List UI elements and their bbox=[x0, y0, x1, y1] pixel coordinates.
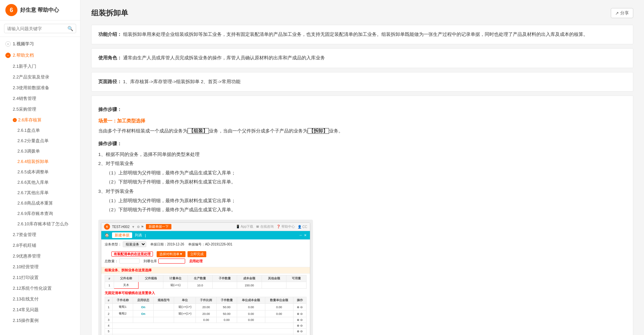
close-btn[interactable]: ✕ bbox=[304, 233, 307, 237]
sidebar-item-2-6-10[interactable]: 2.6.10库存账本错了怎么办 bbox=[0, 219, 80, 229]
role-card: 使用角色： 通常由生产人员或库管人员完成拆装业务的操作，库管人员确认原材料的出库… bbox=[91, 48, 633, 68]
step-2: 2、对于组装业务 bbox=[98, 159, 626, 168]
table-row: 1 关木 箱(=×1) 10.0 150.00 bbox=[105, 282, 307, 289]
lrow3-status bbox=[133, 317, 153, 323]
sidebar-item-2-2[interactable]: 2.2产品安装及登录 bbox=[0, 72, 80, 82]
col-num: # bbox=[105, 275, 114, 282]
sidebar-item-2-8[interactable]: 2.8手机旺铺 bbox=[0, 240, 80, 251]
brand-name: 好生意 帮助中心 bbox=[20, 7, 59, 14]
sidebar-item-2-15[interactable]: 2.15操作案例 bbox=[0, 315, 80, 326]
lrow2-unit: 箱(=×(1+) bbox=[174, 311, 196, 317]
lrow1-name: 葡萄1 bbox=[112, 304, 133, 311]
table-header-row: # 父件名称 父件规格 计量单位 生产数量 子件数量 成本金额 其他金额 可用量 bbox=[105, 275, 307, 282]
path-label: 页面路径： bbox=[98, 79, 122, 84]
sidebar-item-2-7[interactable]: 2.7资金管理 bbox=[0, 229, 80, 240]
lrow3-unit bbox=[174, 317, 196, 323]
type-label: 业务类型： bbox=[105, 242, 121, 247]
app-screenshot: 6 TEST-H002 ▼ ⚙ ⚑ 新建单据一下 📱 App下载 ☎ 在线咨询 … bbox=[101, 222, 310, 335]
lrow3-qty: 0.00 bbox=[216, 317, 237, 323]
order-label: 单据编号：AD-20191226-001 bbox=[188, 242, 232, 247]
lcol-num: # bbox=[105, 297, 113, 304]
sidebar-item-2-6-8[interactable]: 2.6.8商品成本重算 bbox=[0, 198, 80, 209]
sidebar-item-docs[interactable]: − 2.帮助文档 bbox=[0, 50, 80, 61]
lower-table-body: 1 葡萄1 On 箱(=×(1+) 20.00 50.00 0.00 0.00 … bbox=[105, 304, 307, 335]
step-3-1: （1）上部明细为父件明细，最终作为原材料生成某它出库单； bbox=[106, 197, 626, 205]
lrow1-cost2: 0.00 bbox=[265, 304, 293, 311]
lrow1-num: 1 bbox=[105, 304, 113, 311]
cell-sub-qty bbox=[212, 282, 237, 289]
new-doc-btn[interactable]: 新建单据一下 bbox=[146, 224, 171, 229]
page-title: 组装拆卸单 bbox=[91, 8, 128, 18]
sidebar-item-2-6-9[interactable]: 2.6.9库存账本查询 bbox=[0, 209, 80, 219]
screenshot-container: 6 TEST-H002 ▼ ⚙ ⚑ 新建单据一下 📱 App下载 ☎ 在线咨询 … bbox=[98, 220, 313, 335]
qty-input[interactable] bbox=[119, 259, 140, 264]
share-button[interactable]: ↗ 分享 bbox=[611, 8, 633, 18]
sidebar-item-2-6-2[interactable]: 2.6.2分量盘点单 bbox=[0, 136, 80, 146]
lcol-spec: 规格型号 bbox=[154, 297, 174, 304]
form-area: 业务类型： 组装业务 拆卸业务 单据日期：2019-12-26 单据编号：AD-… bbox=[101, 239, 310, 267]
confirm-btn[interactable]: 立即完成 bbox=[187, 251, 206, 257]
lrow2-status: On bbox=[133, 311, 153, 317]
sidebar-item-2-14[interactable]: 2.14常见问题 bbox=[0, 304, 80, 315]
sidebar-item-2-12[interactable]: 2.12系统个性化设置 bbox=[0, 283, 80, 294]
sidebar-item-label: 1.视频学习 bbox=[13, 41, 34, 47]
lrow2-op: ⊕ ⊖ bbox=[293, 311, 306, 317]
lcol-ratio: 子件比例 bbox=[196, 297, 216, 304]
warehouse-input[interactable] bbox=[158, 259, 185, 264]
lrow1-unit: 箱(=×(1+) bbox=[174, 304, 196, 311]
sidebar-item-2-6-3[interactable]: 2.6.3调拨单 bbox=[0, 146, 80, 157]
sidebar-item-2-9[interactable]: 2.9优惠券管理 bbox=[0, 251, 80, 262]
upper-table-area: # 父件名称 父件规格 计量单位 生产数量 子件数量 成本金额 其他金额 可用量 bbox=[101, 274, 310, 290]
lcol-status: 启用状态 bbox=[133, 297, 153, 304]
lrow3-spec bbox=[154, 317, 174, 323]
sidebar-item-video[interactable]: + 1.视频学习 bbox=[0, 38, 80, 50]
lrow2-cost2: 0.00 bbox=[265, 311, 293, 317]
sidebar-item-2-6-6[interactable]: 2.6.6其他入库单 bbox=[0, 177, 80, 188]
select-bom-btn[interactable]: 选择对料清单▼ bbox=[157, 251, 185, 257]
expand-icon-docs: − bbox=[5, 53, 11, 58]
type-select[interactable]: 组装业务 拆卸业务 bbox=[123, 241, 146, 247]
sidebar-item-2-10[interactable]: 2.10经营管理 bbox=[0, 262, 80, 272]
intro-card: 功能介绍： 组装拆卸单用来处理企业组装或拆卸等加工业务，支持有固定装配清单的产品… bbox=[91, 25, 633, 44]
sidebar-item-2-13[interactable]: 2.13在线支付 bbox=[0, 294, 80, 304]
sidebar-item-2-3[interactable]: 2.3使用前数据准备 bbox=[0, 82, 80, 93]
new-doc-tab[interactable]: 新建单据 bbox=[112, 232, 132, 238]
step-2-1: （1）上部明细为父件明细，最终作为产成品生成某它入库单； bbox=[106, 169, 626, 177]
lrow3-cost1: 0.00 bbox=[237, 317, 265, 323]
col-parent-spec: 父件规格 bbox=[139, 275, 163, 282]
cell-name: 关木 bbox=[114, 282, 138, 289]
app-icon-2: ☎ 在线咨询 bbox=[256, 224, 274, 229]
role-text: 通常由生产人员或库管人员完成拆装业务的操作，库管人员确认原材料的出库和产成品的入… bbox=[123, 55, 325, 60]
cell-available bbox=[286, 282, 306, 289]
sidebar-item-2-6-1[interactable]: 2.6.1盘点单 bbox=[0, 125, 80, 136]
home-icon: 🏠 bbox=[105, 233, 109, 237]
search-icon[interactable]: 🔍 bbox=[67, 26, 73, 31]
search-input[interactable] bbox=[7, 26, 67, 31]
app-top-bar: 6 TEST-H002 ▼ ⚙ ⚑ 新建单据一下 📱 App下载 ☎ 在线咨询 … bbox=[101, 223, 310, 231]
app-logo: 6 bbox=[104, 224, 110, 230]
warehouse-field: 总数量： bbox=[105, 259, 140, 264]
sidebar-item-2-6-4[interactable]: 2.6.4组装拆卸单 bbox=[0, 157, 80, 167]
lrow4-op: ⊕ ⊖ bbox=[293, 323, 306, 329]
upper-table-body: 1 关木 箱(=×1) 10.0 150.00 bbox=[105, 282, 307, 289]
sidebar-item-2-5[interactable]: 2.5采购管理 bbox=[0, 104, 80, 115]
lcol-name: 子件名称 bbox=[112, 297, 133, 304]
col-cost: 成本金额 bbox=[237, 275, 262, 282]
step-3-2: （2）下部明细为子件明细，最终作为产成品生成某它入库单。 bbox=[106, 206, 626, 214]
minimize-btn[interactable]: ─ bbox=[300, 233, 302, 237]
lcol-qty: 子件数量 bbox=[216, 297, 237, 304]
sidebar-item-2-11[interactable]: 2.11打印设置 bbox=[0, 272, 80, 283]
sidebar-item-2-6[interactable]: − 2.6库存核算 bbox=[0, 115, 80, 125]
search-wrap[interactable]: 🔍 bbox=[4, 24, 76, 33]
app-icon-4: 👤 CC bbox=[298, 225, 307, 229]
upper-table: # 父件名称 父件规格 计量单位 生产数量 子件数量 成本金额 其他金额 可用量 bbox=[105, 275, 307, 289]
sidebar-item-2-4[interactable]: 2.4销售管理 bbox=[0, 93, 80, 104]
sidebar-item-2-6-5[interactable]: 2.6.5成本调整单 bbox=[0, 167, 80, 177]
steps-label: 操作步骤： bbox=[98, 141, 626, 147]
step-3: 3、对于拆装业务 bbox=[98, 187, 626, 196]
settings-icons: ⚙ ⚑ bbox=[137, 225, 144, 229]
sidebar-item-2-6-7[interactable]: 2.6.7其他出库单 bbox=[0, 188, 80, 198]
step-1: 1、根据不同的业务，选择不同单据的类型来处理 bbox=[98, 150, 626, 159]
sidebar-item-2-1[interactable]: 2.1新手入门 bbox=[0, 61, 80, 72]
list-tab[interactable]: 列表 bbox=[135, 233, 142, 238]
